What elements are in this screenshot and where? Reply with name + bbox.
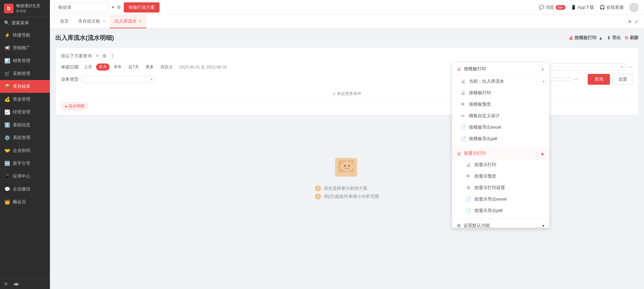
sidebar-search[interactable]: 🔍 搜索菜单 bbox=[0, 17, 50, 29]
header-search-input[interactable] bbox=[55, 3, 109, 12]
sidebar-item-system[interactable]: ⚙️ 系统管理 bbox=[0, 131, 50, 144]
date-tab-more[interactable]: 更多 bbox=[143, 63, 156, 71]
tab-home[interactable]: 首页 bbox=[55, 15, 74, 28]
date-tab-7-days[interactable]: 近7天 bbox=[126, 63, 142, 71]
header-settings-btn[interactable]: ⚙ bbox=[117, 5, 121, 10]
dropdown-title: 按模板打印 bbox=[464, 66, 486, 72]
sidebar-item-quick-nav[interactable]: ⚡ 快捷导航 bbox=[0, 29, 50, 42]
date-tab-this-month[interactable]: 本月 bbox=[96, 63, 110, 71]
display-print-settings-item[interactable]: ⚙ 按显示打印设置 bbox=[452, 182, 549, 193]
display-print-settings-label: 按显示打印设置 bbox=[474, 185, 505, 191]
filter-settings-btn[interactable]: ⚙ bbox=[103, 53, 107, 58]
print-template-label: 按模板打印 bbox=[575, 35, 596, 41]
doc-type-select[interactable]: ▾ bbox=[552, 63, 626, 71]
headset-icon: 🎧 bbox=[599, 5, 605, 10]
sidebar-item-label: 销售管理 bbox=[13, 58, 30, 64]
sidebar-item-app-center[interactable]: 📱 应用中心 bbox=[0, 170, 50, 183]
notification-badge: 99+ bbox=[556, 5, 565, 10]
refresh-icon: ↻ bbox=[625, 35, 628, 41]
display-print-item[interactable]: 🖨 按显示打印 bbox=[452, 159, 549, 170]
query-button[interactable]: 查询 bbox=[588, 74, 610, 85]
tab-close-batch[interactable]: × bbox=[103, 19, 105, 24]
dropdown-divider-2 bbox=[452, 218, 549, 218]
print-template-btn[interactable]: 🖨 按模板打印 ▲ bbox=[569, 35, 603, 41]
search-icon: 🔍 bbox=[4, 20, 9, 25]
sidebar-item-operations[interactable]: 📈 经营管理 bbox=[0, 106, 50, 119]
template-pdf-icon: 📄 bbox=[460, 136, 466, 141]
tab-batch[interactable]: 库存批次账 × bbox=[74, 15, 110, 28]
date-tab-this-year[interactable]: 本年 bbox=[111, 63, 124, 71]
date-tab-custom[interactable]: 自定义 bbox=[158, 63, 175, 71]
current-template-icon: 🖨 bbox=[460, 79, 466, 84]
membership-icon: 👑 bbox=[4, 199, 10, 205]
display-excel-icon: 📄 bbox=[466, 196, 471, 202]
online-service-btn[interactable]: 🎧 在线客服 bbox=[599, 4, 624, 10]
settings-button[interactable]: 设置 bbox=[613, 74, 633, 85]
sidebar-item-sales[interactable]: 📊 销售管理 bbox=[0, 54, 50, 67]
business-type-label: 业务类型 bbox=[61, 76, 79, 82]
header-dropdown-btn[interactable]: ▾ bbox=[112, 5, 114, 10]
export-btn[interactable]: ⬆ 导出 bbox=[607, 35, 621, 41]
tab-flow[interactable]: 出入库流水 × bbox=[110, 15, 146, 28]
warehouse-more-btn[interactable]: ··· bbox=[574, 76, 578, 82]
sidebar-item-purchase[interactable]: 🛒 采购管理 bbox=[0, 67, 50, 80]
sidebar-item-basics[interactable]: ℹ️ 基础信息 bbox=[0, 119, 50, 131]
print-dropdown-arrow[interactable]: ▲ bbox=[598, 35, 603, 41]
tab-close-flow[interactable]: × bbox=[139, 19, 142, 24]
app-download-btn[interactable]: 📱 App下载 bbox=[571, 4, 594, 10]
tab-close-all-btn[interactable]: ✕ bbox=[628, 19, 632, 24]
empty-hints: 1 请先选择要分析的方案 2 用[过滤]条件来缩小分析范围 bbox=[315, 185, 379, 200]
template-export-excel-item[interactable]: 📄 按模板导出excel bbox=[452, 122, 549, 133]
display-preview-icon: 👁 bbox=[466, 174, 471, 179]
doc-type-more-btn[interactable]: ··· bbox=[628, 64, 633, 70]
dropdown-collapse-btn[interactable]: ▲ bbox=[541, 67, 545, 71]
current-template-item[interactable]: 🖨 当前：出入库流水 ▾ bbox=[452, 76, 549, 87]
operations-icon: 📈 bbox=[4, 109, 10, 115]
display-export-excel-item[interactable]: 📄 按显示导出excel bbox=[452, 193, 549, 205]
template-export-pdf-item[interactable]: 📄 按模板导出pdf bbox=[452, 133, 549, 144]
template-print-item[interactable]: 🖨 按模板打印 bbox=[452, 87, 549, 99]
sidebar-item-guide[interactable]: 🆕 新手引导 bbox=[0, 157, 50, 170]
refresh-btn[interactable]: ↻ 刷新 bbox=[625, 35, 639, 41]
print-icon: 🖨 bbox=[569, 35, 573, 41]
display-export-pdf-item[interactable]: 📄 按显示导出pdf bbox=[452, 205, 549, 216]
sidebar-item-label: 库存核算 bbox=[13, 83, 30, 89]
sidebar-nav: ⚡ 快捷导航 📢 营销推广 📊 销售管理 🛒 采购管理 📦 库存核算 💰 bbox=[0, 29, 50, 279]
sidebar-item-funds[interactable]: 💰 资金管理 bbox=[0, 93, 50, 106]
display-print-settings-icon: ⚙ bbox=[466, 185, 471, 190]
export-icon: ⬆ bbox=[607, 35, 611, 41]
template-custom-item[interactable]: ✏ 模板自定义设计 bbox=[452, 110, 549, 122]
refresh-label: 刷新 bbox=[630, 35, 639, 41]
industry-solution-button[interactable]: 体验行业方案 bbox=[124, 2, 159, 12]
display-print-section-header[interactable]: 🖨 按显示打印 ▲ bbox=[452, 148, 549, 159]
notification-btn[interactable]: 💬 消息 99+ bbox=[539, 4, 565, 10]
filter-label: 按以下方案查询 bbox=[61, 53, 92, 59]
display-print-section-arrow: ▲ bbox=[540, 151, 545, 156]
hint-1-number: 1 bbox=[315, 185, 321, 191]
sidebar-footer-settings[interactable]: ⚙ bbox=[4, 282, 8, 286]
filter-tag-label: 流水明细 bbox=[68, 103, 85, 109]
sidebar-item-membership[interactable]: 👑 畅会员 bbox=[0, 195, 50, 208]
sidebar-item-marketing[interactable]: 📢 营销推广 bbox=[0, 42, 50, 54]
filter-tag-flow-detail[interactable]: ● 流水明细 bbox=[61, 102, 88, 110]
sidebar-footer-collapse[interactable]: ◀▶ bbox=[13, 282, 19, 286]
sidebar-logo: b 畅捷通好生意 标准版 bbox=[0, 0, 50, 17]
default-function-item[interactable]: ⚙ 设置默认功能 ▾ bbox=[452, 219, 549, 228]
template-print-icon: 🖨 bbox=[460, 90, 466, 96]
app-center-icon: 📱 bbox=[4, 173, 10, 179]
user-avatar[interactable] bbox=[629, 3, 639, 12]
display-preview-item[interactable]: 👁 按显示预览 bbox=[452, 170, 549, 182]
sidebar-item-enterprise[interactable]: 🤝 企业协同 bbox=[0, 144, 50, 157]
sidebar-item-label: 新手引导 bbox=[13, 160, 30, 166]
tab-maximize-btn[interactable]: ⤢ bbox=[635, 19, 639, 24]
business-type-select[interactable]: ▾ bbox=[81, 76, 155, 83]
sidebar-search-label: 搜索菜单 bbox=[11, 20, 29, 26]
date-tab-last-month[interactable]: 上月 bbox=[81, 63, 95, 71]
filter-add-btn[interactable]: ＋ bbox=[94, 52, 100, 59]
filter-collapse-btn[interactable]: 《 bbox=[109, 53, 114, 59]
template-preview-item[interactable]: 👁 按模板预览 bbox=[452, 99, 549, 110]
panel-scroll: 🖨 当前：出入库流水 ▾ 🖨 按模板打印 👁 按模板预览 ✏ 模板自定 bbox=[452, 76, 549, 228]
sidebar-item-inventory[interactable]: 📦 库存核算 bbox=[0, 80, 50, 93]
sidebar-item-corp-wechat[interactable]: 💬 企业微信 bbox=[0, 183, 50, 195]
display-print-label: 按显示打印 bbox=[474, 162, 496, 168]
